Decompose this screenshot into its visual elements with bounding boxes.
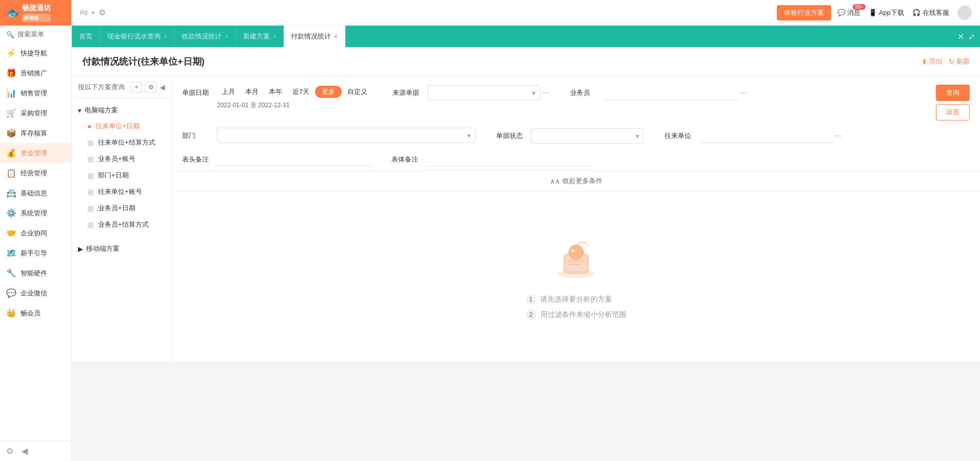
- date-btn-this-year[interactable]: 本年: [264, 85, 287, 99]
- status-select[interactable]: ▾: [531, 128, 644, 144]
- date-btn-7days[interactable]: 近7天: [288, 85, 314, 99]
- partner-dots[interactable]: ···: [835, 131, 841, 141]
- status-filter-group: 单据状态 ▾: [496, 128, 644, 144]
- date-btn-more[interactable]: 更多: [315, 86, 342, 98]
- trial-button[interactable]: 体验行业方案: [777, 5, 831, 21]
- purchase-icon: 🛒: [6, 108, 16, 118]
- date-filter-row: 单据日期 上月 本月 本年 近7天 更多 自定义 2022-01-01 至 20…: [182, 85, 970, 121]
- scheme-item-salesman-settlement[interactable]: ▦ 业务员+结算方式: [72, 216, 171, 233]
- scheme-item-partner-account[interactable]: ▦ 往来单位+账号: [72, 184, 171, 200]
- pc-group-chevron: ▾: [78, 107, 82, 114]
- tip-text-2: 用过滤条件来缩小分析范围: [540, 310, 626, 319]
- logo: 🐟 畅捷通坊 标准版: [0, 0, 71, 26]
- sidebar-item-enterprise[interactable]: 🤝 企业协同: [0, 223, 71, 243]
- scheme-group-mobile-header[interactable]: ▶ 移动端方案: [72, 241, 171, 256]
- finance-icon: 💰: [6, 148, 16, 158]
- scheme-item-salesman-date[interactable]: ▦ 业务员+日期: [72, 200, 171, 216]
- notification-count: 99+: [853, 4, 866, 10]
- export-button[interactable]: ⬆ 导出: [922, 57, 943, 66]
- sidebar-item-wechat[interactable]: 💬 企业微信: [0, 283, 71, 303]
- scheme-item-salesman-account[interactable]: ▦ 业务员+账号: [72, 151, 171, 167]
- online-service-button[interactable]: 🎧 在线客服: [912, 8, 949, 17]
- expand-icon[interactable]: ⤢: [968, 32, 975, 42]
- user-avatar[interactable]: [957, 6, 972, 20]
- app-download-button[interactable]: 📱 App下载: [869, 8, 904, 17]
- sidebar-item-label: 库存核算: [21, 129, 47, 138]
- tip-num-2: 2: [526, 310, 536, 320]
- scheme-item-dept-date[interactable]: ▦ 部门+日期: [72, 167, 171, 184]
- add-scheme-button[interactable]: +: [131, 82, 142, 93]
- panel-header: 按以下方案查询 + ⚙ ◀: [72, 76, 171, 98]
- tab-payment-close[interactable]: ×: [334, 33, 337, 39]
- sidebar-item-basic-info[interactable]: 📇 基础信息: [0, 183, 71, 203]
- sidebar-item-operations[interactable]: 📋 经营管理: [0, 163, 71, 183]
- tab-bank-flow-close[interactable]: ×: [164, 33, 167, 39]
- sidebar-item-label: 快捷导航: [21, 49, 47, 58]
- scheme-group-pc-header[interactable]: ▾ 电脑端方案: [72, 103, 171, 118]
- sidebar-item-label: 资金管理: [21, 149, 47, 158]
- note1-label: 表头备注: [182, 151, 217, 168]
- tab-payment-stats[interactable]: 付款情况统计 ×: [284, 26, 345, 47]
- member-icon: 👑: [6, 308, 16, 318]
- source-select[interactable]: ▾: [427, 85, 540, 101]
- sidebar-item-label: 系统管理: [21, 209, 47, 218]
- scheme-item-partner-settlement[interactable]: ▦ 往来单位+结算方式: [72, 134, 171, 151]
- salesman-input[interactable]: [605, 86, 738, 100]
- page-header-actions: ⬆ 导出 ↻ 刷新: [922, 57, 970, 74]
- tab-new-plan-close[interactable]: ×: [273, 33, 276, 39]
- notification-button[interactable]: 💬 消息 99+: [837, 8, 860, 17]
- partner-input[interactable]: [699, 129, 833, 143]
- tab-receipt-stats[interactable]: 收款情况统计 ×: [174, 26, 236, 47]
- scheme-item-partner-date[interactable]: ● 往来单位+日期: [72, 118, 171, 134]
- source-dots[interactable]: ···: [542, 88, 549, 97]
- svg-point-3: [569, 245, 584, 260]
- date-btn-last-month[interactable]: 上月: [217, 85, 240, 99]
- system-icon: ⚙️: [6, 208, 16, 218]
- collapse-panel-icon[interactable]: ◀: [160, 83, 165, 91]
- sidebar-item-label: 智能硬件: [21, 269, 47, 278]
- filter-settings-button[interactable]: 设置: [936, 104, 970, 121]
- scheme-settings-button[interactable]: ⚙: [145, 82, 156, 93]
- sidebar-item-member[interactable]: 👑 畅会员: [0, 303, 71, 323]
- sidebar-item-marketing[interactable]: 🎁 营销推广: [0, 63, 71, 83]
- sidebar-item-hardware[interactable]: 🔧 智能硬件: [0, 263, 71, 283]
- close-all-tabs-icon[interactable]: ✕: [957, 32, 964, 42]
- note2-input[interactable]: [426, 152, 591, 167]
- note1-input[interactable]: [217, 151, 371, 166]
- refresh-button[interactable]: ↻ 刷新: [949, 57, 970, 66]
- main-area: Rit ▾ ⚙ 体验行业方案 💬 消息 99+ 📱 App下载 🎧 在线客服 首: [72, 0, 980, 461]
- collapse-sidebar-icon[interactable]: ◀: [22, 446, 28, 456]
- search-label: 搜索菜单: [17, 30, 44, 39]
- sidebar-item-finance[interactable]: 💰 资金管理: [0, 143, 71, 163]
- sidebar-item-inventory[interactable]: 📦 库存核算: [0, 123, 71, 143]
- right-content: 单据日期 上月 本月 本年 近7天 更多 自定义 2022-01-01 至 20…: [172, 76, 980, 361]
- status-chevron-icon: ▾: [636, 132, 639, 140]
- header-settings-icon[interactable]: ⚙: [99, 8, 106, 17]
- sidebar-search[interactable]: 🔍 搜索菜单: [0, 26, 71, 43]
- sidebar-item-sales[interactable]: 📊 销售管理: [0, 83, 71, 103]
- tab-home[interactable]: 首页: [72, 26, 100, 47]
- salesman-dots[interactable]: ···: [740, 88, 747, 97]
- salesman-filter-group: 业务员 ···: [570, 85, 928, 101]
- collapse-bar[interactable]: ∧∧ 收起更多条件: [172, 171, 980, 191]
- export-label: 导出: [929, 57, 943, 66]
- date-btn-this-month[interactable]: 本月: [241, 85, 263, 99]
- sidebar-item-purchase[interactable]: 🛒 采购管理: [0, 103, 71, 123]
- date-btn-custom[interactable]: 自定义: [343, 85, 372, 99]
- notification-icon: 💬: [837, 9, 846, 16]
- sidebar-item-label: 畅会员: [21, 309, 41, 318]
- content-area: 付款情况统计(往来单位+日期) ⬆ 导出 ↻ 刷新 按以下方案查询: [72, 47, 980, 461]
- sidebar-item-quick-nav[interactable]: ⚡ 快捷导航: [0, 43, 71, 63]
- tab-receipt-close[interactable]: ×: [225, 33, 228, 39]
- tab-bank-flow[interactable]: 现金银行流水查询 ×: [100, 26, 174, 47]
- tab-new-plan[interactable]: 新建方案 ×: [236, 26, 284, 47]
- dept-label: 部门: [182, 128, 217, 144]
- dept-select[interactable]: ▾: [217, 128, 476, 143]
- dept-chevron-icon: ▾: [467, 132, 471, 139]
- sidebar-item-guide[interactable]: 🗺️ 新手引导: [0, 243, 71, 263]
- query-button[interactable]: 查询: [936, 85, 970, 101]
- app-download-icon: 📱: [869, 9, 877, 16]
- sidebar-item-system[interactable]: ⚙️ 系统管理: [0, 203, 71, 223]
- tab-bar-actions: ✕ ⤢: [957, 32, 980, 42]
- settings-bottom-icon[interactable]: ⚙: [6, 446, 13, 456]
